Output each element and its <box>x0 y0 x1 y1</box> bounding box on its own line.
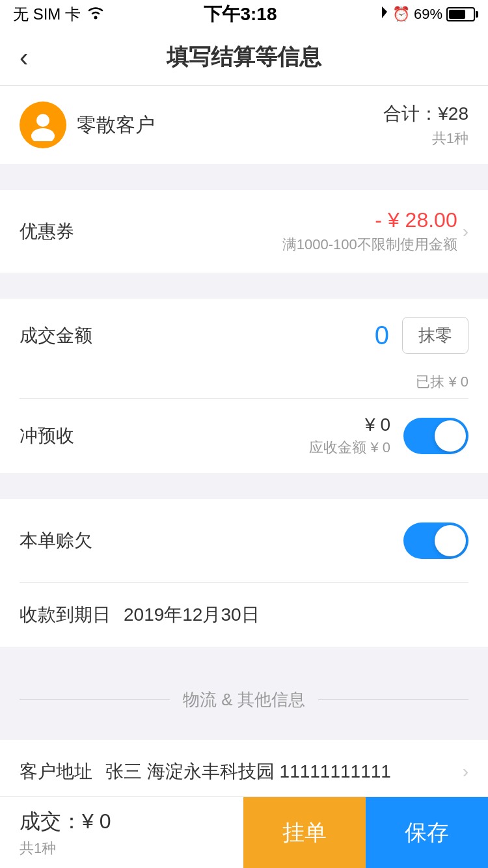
prepaid-right: ¥ 0 应收金额 ¥ 0 <box>309 414 468 457</box>
deal-amount-section: 成交金额 0 抹零 已抹 ¥ 0 冲预收 ¥ 0 应收金额 ¥ 0 <box>0 299 488 473</box>
duedate-value: 2019年12月30日 <box>124 603 260 627</box>
gap-3 <box>0 486 488 499</box>
status-bar: 无 SIM 卡 下午3:18 ⏰ 69% <box>0 0 488 29</box>
total-price: 合计：¥28 <box>383 102 468 126</box>
address-chevron-icon: › <box>463 761 468 782</box>
total-count: 共1种 <box>383 129 468 148</box>
logistics-label: 物流 & 其他信息 <box>183 688 305 711</box>
coupon-chevron-icon: › <box>463 221 468 242</box>
status-right: ⏰ 69% <box>375 5 475 23</box>
coupon-section[interactable]: 优惠券 - ¥ 28.00 满1000-100不限制使用金额 › <box>0 190 488 273</box>
customer-left: 零散客户 <box>20 102 155 148</box>
battery-fill <box>449 10 465 19</box>
prepaid-values: ¥ 0 应收金额 ¥ 0 <box>309 414 390 457</box>
prepaid-row: 冲预收 ¥ 0 应收金额 ¥ 0 <box>0 399 488 473</box>
prepaid-label: 冲预收 <box>20 424 74 448</box>
coupon-row[interactable]: 优惠券 - ¥ 28.00 满1000-100不限制使用金额 › <box>0 190 488 273</box>
coupon-right-wrap: - ¥ 28.00 满1000-100不限制使用金额 › <box>282 208 468 254</box>
bottom-count: 共1种 <box>20 839 224 858</box>
gap-2 <box>0 286 488 299</box>
duedate-row: 收款到期日 2019年12月30日 <box>0 583 488 647</box>
svg-point-1 <box>36 114 49 127</box>
location-icon <box>375 5 388 23</box>
deal-label: 成交金额 <box>20 323 92 348</box>
coupon-label: 优惠券 <box>20 219 74 244</box>
bottom-deal-value: ¥ 0 <box>82 809 111 833</box>
address-section[interactable]: 客户地址 张三 海淀永丰科技园 11111111111 › <box>0 740 488 804</box>
customer-right: 合计：¥28 共1种 <box>383 102 468 148</box>
bottom-deal-label: 成交：¥ 0 <box>20 807 224 836</box>
deal-right: 0 抹零 <box>375 317 468 354</box>
gap-1 <box>0 177 488 190</box>
gap-4 <box>0 660 488 673</box>
battery-percent: 69% <box>414 6 442 23</box>
customer-section: 零散客户 合计：¥28 共1种 <box>0 86 488 164</box>
logistics-line: 物流 & 其他信息 <box>20 688 468 711</box>
address-row[interactable]: 客户地址 张三 海淀永丰科技园 11111111111 › <box>0 740 488 804</box>
debt-section: 本单赊欠 收款到期日 2019年12月30日 <box>0 499 488 647</box>
page-title: 填写结算等信息 <box>167 42 321 72</box>
sim-status: 无 SIM 卡 <box>13 4 81 25</box>
coupon-right: - ¥ 28.00 满1000-100不限制使用金额 <box>282 208 457 254</box>
debt-toggle[interactable] <box>403 522 468 559</box>
hang-order-button[interactable]: 挂单 <box>243 797 366 869</box>
wifi-icon <box>86 5 105 23</box>
customer-name: 零散客户 <box>77 112 155 139</box>
prepaid-amount: ¥ 0 <box>309 414 390 435</box>
gap-5 <box>0 727 488 740</box>
save-button[interactable]: 保存 <box>366 797 488 869</box>
back-button[interactable]: ‹ <box>20 44 28 70</box>
prepaid-receivable: 应收金额 ¥ 0 <box>309 438 390 457</box>
bottom-deal-text: 成交： <box>20 809 82 833</box>
bottom-info: 成交：¥ 0 共1种 <box>0 807 243 858</box>
customer-row: 零散客户 合计：¥28 共1种 <box>0 86 488 164</box>
avatar <box>20 102 66 148</box>
battery-icon <box>446 7 475 21</box>
address-value: 张三 海淀永丰科技园 11111111111 <box>105 759 463 784</box>
status-time: 下午3:18 <box>204 2 277 27</box>
alarm-icon: ⏰ <box>392 6 410 23</box>
svg-point-0 <box>94 16 98 20</box>
deal-sub-label: 已抹 ¥ 0 <box>0 372 488 398</box>
bottom-bar: 成交：¥ 0 共1种 挂单 保存 <box>0 796 488 868</box>
debt-label: 本单赊欠 <box>20 528 92 553</box>
logistics-separator: 物流 & 其他信息 <box>0 673 488 727</box>
svg-point-2 <box>31 128 55 141</box>
duedate-label: 收款到期日 <box>20 603 111 627</box>
status-left: 无 SIM 卡 <box>13 4 105 25</box>
toggle-knob <box>435 420 466 452</box>
coupon-desc: 满1000-100不限制使用金额 <box>282 235 457 254</box>
debt-row: 本单赊欠 <box>0 499 488 582</box>
nav-bar: ‹ 填写结算等信息 <box>0 29 488 86</box>
debt-toggle-knob <box>435 525 466 556</box>
deal-row: 成交金额 0 抹零 <box>0 299 488 372</box>
address-label: 客户地址 <box>20 759 92 784</box>
deal-value: 0 <box>375 321 389 350</box>
main-content: 零散客户 合计：¥28 共1种 优惠券 - ¥ 28.00 满1000-100不… <box>0 86 488 868</box>
coupon-amount: - ¥ 28.00 <box>282 208 457 232</box>
prepaid-toggle[interactable] <box>403 418 468 454</box>
round-off-button[interactable]: 抹零 <box>402 317 468 354</box>
